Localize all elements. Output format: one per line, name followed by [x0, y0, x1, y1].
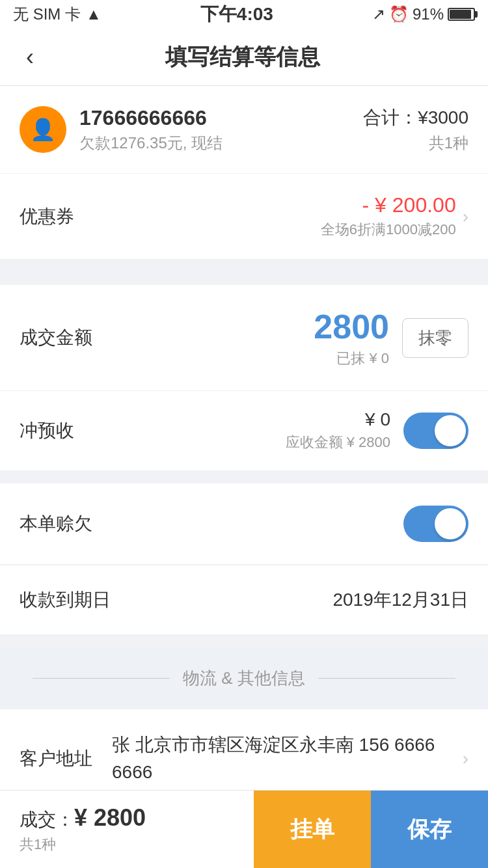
deal-amount-number: 2800	[314, 307, 389, 346]
deal-amount-section: 成交金额 2800 已抹 ¥ 0 抹零 冲预收 ¥ 0 应收金额 ¥ 2800	[0, 285, 488, 470]
divider-1	[0, 272, 488, 285]
coupon-right: - ¥ 200.00 全场6折满1000减200	[321, 193, 456, 239]
debt-row: 本单赊欠	[0, 483, 488, 565]
debt-toggle-wrapper	[92, 506, 468, 542]
carrier-text: 无 SIM 卡	[13, 4, 81, 25]
address-chevron-icon: ›	[463, 748, 468, 769]
customer-total: 合计：¥3000 共1种	[363, 105, 468, 154]
round-zero-button[interactable]: 抹零	[402, 318, 468, 358]
due-date-label: 收款到期日	[20, 588, 332, 612]
battery-percent: 91%	[413, 5, 444, 23]
prepay-toggle[interactable]	[403, 413, 468, 449]
address-label: 客户地址	[20, 746, 92, 771]
total-amount: 合计：¥3000	[363, 105, 468, 130]
total-count: 共1种	[363, 133, 468, 154]
back-button[interactable]: ‹	[20, 37, 40, 77]
address-value: 张 北京市市辖区海淀区永丰南 156 6666 6666	[112, 731, 456, 786]
customer-row: 👤 17666666666 欠款1276.35元, 现结 合计：¥3000 共1…	[0, 86, 488, 173]
customer-info: 17666666666 欠款1276.35元, 现结	[79, 106, 363, 154]
gps-icon: ↗	[372, 5, 385, 23]
deal-amount-value: 2800 已抹 ¥ 0 抹零	[92, 307, 468, 368]
avatar-icon: 👤	[30, 117, 56, 142]
logistics-divider: 物流 & 其他信息	[0, 647, 488, 709]
battery-icon	[448, 8, 475, 21]
bottom-deal-row: 成交：¥ 2800	[20, 804, 234, 832]
divider-line-right	[318, 678, 455, 679]
total-value: ¥3000	[418, 107, 468, 128]
due-date-value: 2019年12月31日	[332, 588, 468, 612]
bottom-summary: 成交：¥ 2800 共1种	[0, 804, 254, 854]
debt-section: 本单赊欠 收款到期日 2019年12月31日	[0, 483, 488, 634]
customer-phone: 17666666666	[79, 106, 363, 130]
due-date-row: 收款到期日 2019年12月31日	[0, 565, 488, 634]
nav-bar: ‹ 填写结算等信息	[0, 29, 488, 86]
customer-subtext: 欠款1276.35元, 现结	[79, 133, 363, 154]
divider-3	[0, 634, 488, 647]
customer-section: 👤 17666666666 欠款1276.35元, 现结 合计：¥3000 共1…	[0, 86, 488, 259]
prepay-right: ¥ 0 应收金额 ¥ 2800	[286, 409, 390, 452]
prepay-label: 冲预收	[20, 418, 286, 443]
save-button[interactable]: 保存	[371, 791, 488, 869]
divider-line-left	[33, 678, 170, 679]
coupon-discount: - ¥ 200.00	[321, 193, 456, 217]
divider-2	[0, 470, 488, 483]
chevron-right-icon: ›	[463, 206, 468, 227]
toggle-knob	[435, 415, 466, 446]
bottom-count: 共1种	[20, 835, 234, 854]
alarm-icon: ⏰	[389, 5, 409, 23]
prepay-amount: ¥ 0	[286, 409, 390, 430]
bottom-deal-amount: ¥ 2800	[74, 804, 146, 831]
status-right: ↗ ⏰ 91%	[372, 5, 475, 23]
page-title: 填写结算等信息	[53, 42, 432, 72]
prepay-sub: 应收金额 ¥ 2800	[286, 433, 390, 452]
coupon-row[interactable]: 优惠券 - ¥ 200.00 全场6折满1000减200 ›	[0, 173, 488, 259]
bottom-bar: 成交：¥ 2800 共1种 挂单 保存	[0, 790, 488, 868]
status-left: 无 SIM 卡 ▲	[13, 4, 102, 25]
wifi-icon: ▲	[86, 5, 102, 23]
total-label: 合计：	[363, 107, 418, 128]
debt-toggle[interactable]	[403, 506, 468, 542]
logistics-text: 物流 & 其他信息	[170, 667, 318, 690]
deal-amount-sub: 已抹 ¥ 0	[314, 349, 389, 368]
status-time: 下午4:03	[200, 2, 273, 27]
avatar: 👤	[20, 106, 66, 153]
deal-amount-row: 成交金额 2800 已抹 ¥ 0 抹零	[0, 285, 488, 391]
debt-label: 本单赊欠	[20, 511, 92, 536]
pending-button[interactable]: 挂单	[254, 791, 371, 869]
deal-amount-label: 成交金额	[20, 325, 92, 350]
debt-toggle-knob	[435, 508, 466, 539]
status-bar: 无 SIM 卡 ▲ 下午4:03 ↗ ⏰ 91%	[0, 0, 488, 29]
prepay-row: 冲预收 ¥ 0 应收金额 ¥ 2800	[0, 391, 488, 470]
bottom-deal-label: 成交：	[20, 809, 74, 830]
coupon-desc: 全场6折满1000减200	[321, 220, 456, 239]
coupon-label: 优惠券	[20, 204, 321, 229]
